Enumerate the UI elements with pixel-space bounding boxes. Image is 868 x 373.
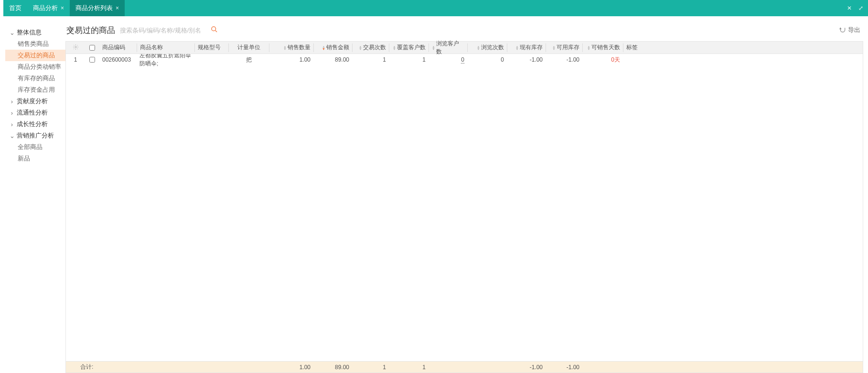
- cell-days: 0天: [582, 54, 623, 65]
- close-icon[interactable]: ×: [116, 5, 119, 11]
- sidebar-group-circulation-label: 流通性分析: [17, 108, 48, 117]
- tab-home[interactable]: 首页: [3, 0, 27, 16]
- gear-icon[interactable]: [73, 44, 79, 52]
- sidebar-group-overall[interactable]: ⌄ 整体信息: [9, 27, 65, 38]
- footer-cus: 1: [389, 362, 429, 373]
- row-checkbox[interactable]: [89, 57, 95, 63]
- content-area: 交易过的商品 导出: [65, 22, 868, 373]
- export-label: 导出: [848, 26, 860, 34]
- close-all-tabs-icon[interactable]: ✕: [847, 5, 852, 11]
- svg-point-0: [212, 27, 216, 31]
- col-code[interactable]: 商品编码: [99, 42, 137, 53]
- sidebar-item-all-goods[interactable]: 全部商品: [5, 141, 72, 153]
- chevron-down-icon: ⌄: [9, 29, 15, 36]
- footer-amt: 89.00: [313, 362, 352, 373]
- sidebar-item-traded-goods[interactable]: 交易过的商品: [5, 50, 72, 61]
- sidebar-item-label: 商品分类动销率: [18, 63, 61, 71]
- sidebar-group-contribution[interactable]: › 贡献度分析: [9, 96, 65, 107]
- cell-txn: 1: [352, 54, 389, 65]
- cell-spec: [194, 54, 228, 65]
- sidebar-item-label: 交易过的商品: [18, 51, 55, 60]
- sidebar-item-label: 新品: [18, 154, 30, 163]
- sidebar-group-overall-label: 整体信息: [17, 28, 42, 37]
- col-txn[interactable]: ▲▼ 交易次数: [353, 42, 389, 53]
- table-row[interactable]: 1 002600003 左都胶囊五折遮阳伞防晒伞; 把 1.00 89.00 1…: [66, 54, 863, 65]
- col-stock[interactable]: ▲▼ 现有库存: [507, 42, 546, 53]
- col-name[interactable]: 商品名称: [137, 42, 194, 53]
- cell-name: 左都胶囊五折遮阳伞防晒伞;: [137, 54, 194, 65]
- tab-product-analysis-list[interactable]: 商品分析列表 ×: [70, 0, 125, 16]
- sidebar-item-label: 库存资金占用: [18, 85, 55, 94]
- sidebar-group-growth-label: 成长性分析: [17, 120, 48, 128]
- top-tab-bar: 首页 商品分析 × 商品分析列表 × ✕ ⤢: [0, 0, 868, 16]
- tab-product-analysis[interactable]: 商品分析 ×: [27, 0, 70, 16]
- cell-unit: 把: [228, 54, 269, 65]
- footer-label: 合计:: [80, 362, 137, 373]
- sidebar-item-new-goods[interactable]: 新品: [5, 153, 72, 164]
- close-icon[interactable]: ×: [61, 5, 64, 11]
- export-button[interactable]: 导出: [836, 25, 863, 35]
- table-header: 商品编码 商品名称 规格型号 计量单位 ▲▼ 销售数量 ▲▼ 销售金额: [66, 42, 863, 54]
- footer-vcus: [429, 362, 467, 373]
- cell-amt: 89.00: [313, 54, 352, 65]
- tab-product-analysis-list-label: 商品分析列表: [75, 4, 113, 12]
- sidebar-group-marketing[interactable]: ⌄ 营销推广分析: [9, 130, 65, 141]
- col-vcus[interactable]: ▲▼ 浏览客户数: [429, 42, 467, 53]
- table-footer: 合计: 1.00 89.00 1 1 -1.00 -1.00: [66, 361, 863, 373]
- footer-views: [467, 362, 507, 373]
- sidebar-item-in-stock-goods[interactable]: 有库存的商品: [5, 73, 72, 84]
- data-table: 商品编码 商品名称 规格型号 计量单位 ▲▼ 销售数量 ▲▼ 销售金额: [65, 41, 863, 373]
- sidebar-group-contribution-label: 贡献度分析: [17, 97, 48, 106]
- col-amt[interactable]: ▲▼ 销售金额: [314, 42, 352, 53]
- fullscreen-icon[interactable]: ⤢: [858, 5, 864, 11]
- cell-vcus[interactable]: 0: [429, 54, 467, 65]
- sidebar-item-category-turnover[interactable]: 商品分类动销率: [5, 61, 72, 73]
- footer-stock: -1.00: [507, 362, 546, 373]
- page-title: 交易过的商品: [66, 25, 115, 36]
- footer-txn: 1: [352, 362, 389, 373]
- sidebar-group-marketing-label: 营销推广分析: [17, 131, 54, 140]
- sidebar-item-label: 全部商品: [18, 143, 43, 151]
- sidebar-group-circulation[interactable]: › 流通性分析: [9, 107, 65, 118]
- sidebar-item-stock-funds[interactable]: 库存资金占用: [5, 84, 72, 96]
- search-input[interactable]: [120, 27, 206, 34]
- table-body: 1 002600003 左都胶囊五折遮阳伞防晒伞; 把 1.00 89.00 1…: [66, 54, 863, 361]
- cell-tags: [623, 54, 863, 65]
- cell-views: 0: [467, 54, 507, 65]
- row-index: 1: [66, 54, 85, 65]
- cell-qty: 1.00: [269, 54, 313, 65]
- cell-avail: -1.00: [546, 54, 582, 65]
- footer-qty: 1.00: [269, 362, 313, 373]
- footer-avail: -1.00: [546, 362, 582, 373]
- select-all-checkbox[interactable]: [89, 45, 95, 51]
- search-icon[interactable]: [211, 26, 218, 34]
- sidebar-item-label: 销售类商品: [18, 40, 49, 48]
- sidebar-group-growth[interactable]: › 成长性分析: [9, 118, 65, 130]
- cell-stock: -1.00: [507, 54, 546, 65]
- sidebar-item-sales-goods[interactable]: 销售类商品: [5, 38, 72, 50]
- cell-code: 002600003: [99, 54, 137, 65]
- col-cus[interactable]: ▲▼ 覆盖客户数: [389, 42, 429, 53]
- chevron-right-icon: ›: [9, 121, 15, 128]
- chevron-right-icon: ›: [9, 109, 15, 117]
- tab-product-analysis-label: 商品分析: [33, 4, 58, 12]
- col-spec[interactable]: 规格型号: [195, 42, 228, 53]
- svg-point-1: [75, 46, 76, 47]
- col-views[interactable]: ▲▼ 浏览次数: [468, 42, 507, 53]
- col-qty[interactable]: ▲▼ 销售数量: [269, 42, 313, 53]
- col-tags[interactable]: 标签: [623, 42, 863, 53]
- top-left-gutter: [0, 0, 3, 16]
- chevron-down-icon: ⌄: [9, 132, 15, 139]
- chevron-right-icon: ›: [9, 98, 15, 105]
- col-avail[interactable]: ▲▼ 可用库存: [546, 42, 582, 53]
- footer-days: [582, 362, 623, 373]
- sidebar: ⌄ 整体信息 销售类商品 交易过的商品 商品分类动销率 有库存的商品 库存资金占…: [3, 22, 65, 373]
- col-days[interactable]: ▲▼ 可销售天数: [583, 42, 623, 53]
- cell-cus: 1: [389, 54, 429, 65]
- sidebar-item-label: 有库存的商品: [18, 74, 55, 83]
- col-unit[interactable]: 计量单位: [229, 42, 269, 53]
- tab-home-label: 首页: [9, 4, 21, 12]
